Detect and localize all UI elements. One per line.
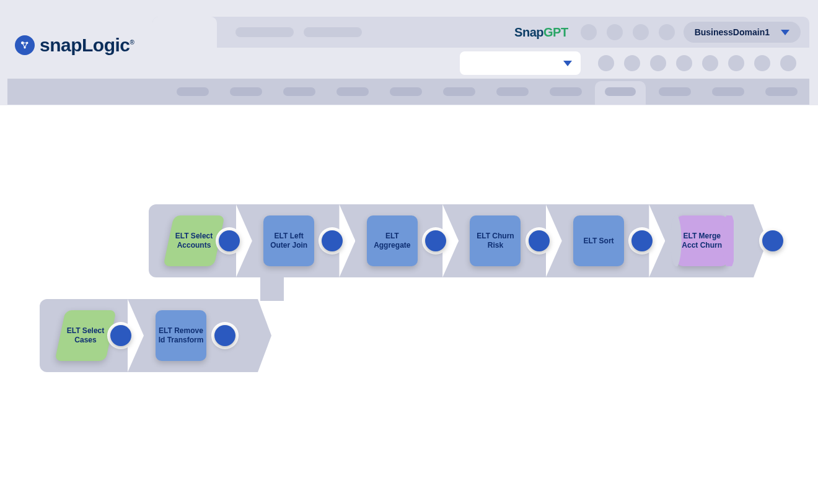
snap-node-sort: ELT Sort bbox=[573, 215, 624, 266]
toolbar-icon-button[interactable] bbox=[676, 55, 692, 71]
domain-selector-label: BusinessDomain1 bbox=[695, 27, 770, 37]
sub-tab-active[interactable] bbox=[595, 79, 646, 105]
output-port[interactable] bbox=[219, 230, 240, 251]
snapgpt-label[interactable]: SnapGPT bbox=[514, 25, 568, 40]
chevron-down-icon bbox=[563, 61, 572, 66]
toolbar-icon-button[interactable] bbox=[754, 55, 770, 71]
pipeline-connector bbox=[260, 277, 284, 301]
sub-tab[interactable] bbox=[230, 87, 262, 96]
snap-node-select: ELT Select Cases bbox=[55, 310, 116, 361]
toolbar-icon-button[interactable] bbox=[728, 55, 744, 71]
snap-node-label: ELT Left Outer Join bbox=[266, 232, 312, 250]
tab-bar: SnapGPT BusinessDomain1 bbox=[152, 17, 809, 48]
output-port[interactable] bbox=[425, 230, 446, 251]
snap-node-label: ELT Sort bbox=[583, 237, 614, 246]
header-icon-button[interactable] bbox=[633, 24, 649, 40]
output-port[interactable] bbox=[110, 325, 131, 346]
snap-node-label: ELT Churn Risk bbox=[472, 232, 518, 250]
snap-node-aggregate: ELT Aggregate bbox=[367, 215, 418, 266]
snap-cell[interactable]: ELT Aggregate bbox=[340, 204, 444, 277]
output-port[interactable] bbox=[322, 230, 343, 251]
tab-placeholder[interactable] bbox=[304, 27, 362, 37]
snap-node-label: ELT Aggregate bbox=[369, 232, 415, 250]
snap-cell[interactable]: ELT Select Cases bbox=[42, 299, 129, 372]
snap-cell[interactable]: ELT Churn Risk bbox=[444, 204, 547, 277]
sub-tab[interactable] bbox=[550, 87, 582, 96]
tab-active[interactable] bbox=[152, 17, 217, 48]
snap-node-select: ELT Select Accounts bbox=[164, 215, 225, 266]
sub-tab[interactable] bbox=[765, 87, 798, 96]
tab-placeholder[interactable] bbox=[235, 27, 294, 37]
pipeline-canvas[interactable]: ELT Select Accounts ELT Left Outer Join … bbox=[0, 105, 818, 504]
snap-cell[interactable]: ELT Remove Id Transform bbox=[129, 299, 233, 372]
snap-node-transform: ELT Remove Id Transform bbox=[156, 310, 206, 361]
toolbar-dropdown[interactable] bbox=[460, 51, 581, 75]
sub-tab[interactable] bbox=[712, 87, 744, 96]
sub-tab[interactable] bbox=[496, 87, 529, 96]
sub-tab[interactable] bbox=[177, 87, 209, 96]
snap-cell[interactable]: ELT Left Outer Join bbox=[237, 204, 341, 277]
brand-logo-icon bbox=[15, 35, 35, 55]
snap-node-join: ELT Left Outer Join bbox=[263, 215, 314, 266]
secondary-toolbar bbox=[219, 48, 809, 79]
header-icon-button[interactable] bbox=[581, 24, 597, 40]
sub-tab-bar bbox=[7, 79, 809, 105]
sub-tab[interactable] bbox=[283, 87, 315, 96]
app-header: snapLogic® SnapGPT BusinessDomain1 bbox=[0, 0, 818, 105]
snap-node-churn-risk: ELT Churn Risk bbox=[470, 215, 521, 266]
pipeline-bottom: ELT Select Cases ELT Remove Id Transform bbox=[40, 299, 258, 372]
toolbar-icon-button[interactable] bbox=[624, 55, 640, 71]
output-port[interactable] bbox=[631, 230, 653, 251]
header-icon-button[interactable] bbox=[607, 24, 623, 40]
snap-node-label: ELT Select Accounts bbox=[171, 232, 217, 250]
pipeline-top: ELT Select Accounts ELT Left Outer Join … bbox=[149, 204, 754, 277]
output-port[interactable] bbox=[529, 230, 550, 251]
output-port[interactable] bbox=[762, 230, 783, 251]
snap-node-label: ELT Remove Id Transform bbox=[158, 326, 204, 345]
header-icon-button[interactable] bbox=[659, 24, 675, 40]
toolbar-icon-button[interactable] bbox=[702, 55, 718, 71]
sub-tab[interactable] bbox=[336, 87, 369, 96]
output-port[interactable] bbox=[214, 325, 235, 346]
toolbar-icon-button[interactable] bbox=[650, 55, 666, 71]
chevron-down-icon bbox=[781, 30, 789, 35]
toolbar-icon-button[interactable] bbox=[598, 55, 614, 71]
brand-logo: snapLogic® bbox=[15, 35, 134, 56]
sub-tab[interactable] bbox=[443, 87, 475, 96]
snap-cell[interactable]: ELT Sort bbox=[547, 204, 651, 277]
brand-logo-text: snapLogic® bbox=[40, 35, 134, 56]
snap-node-label: ELT Select Cases bbox=[63, 326, 108, 345]
sub-tab[interactable] bbox=[659, 87, 691, 96]
snap-node-label: ELT Merge Acct Churn bbox=[679, 232, 725, 250]
domain-selector[interactable]: BusinessDomain1 bbox=[684, 22, 801, 43]
toolbar-icon-button[interactable] bbox=[780, 55, 796, 71]
sub-tab[interactable] bbox=[390, 87, 422, 96]
snap-node-merge: ELT Merge Acct Churn bbox=[677, 215, 728, 266]
snap-cell[interactable]: ELT Merge Acct Churn bbox=[650, 204, 754, 277]
snap-cell[interactable]: ELT Select Accounts bbox=[151, 204, 237, 277]
